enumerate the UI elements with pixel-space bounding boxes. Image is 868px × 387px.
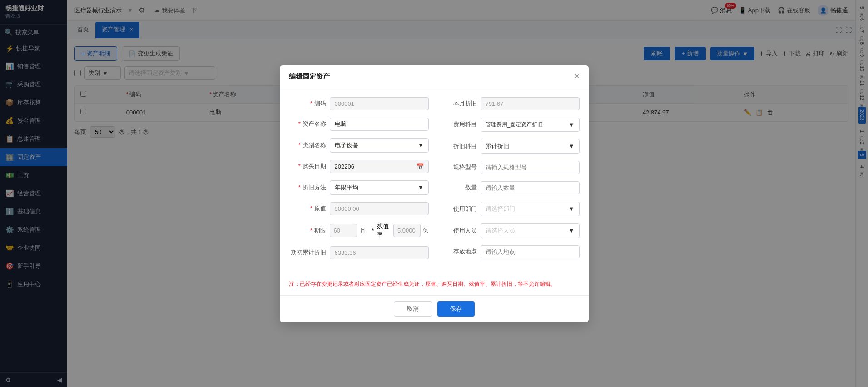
code-label: * 编码 [289,99,330,108]
person-arrow: ▼ [569,227,575,234]
spec-label: 规格型号 [440,163,481,171]
form-row-dep-method: * 折旧方法 年限平均 ▼ [289,180,429,195]
modal-footer-note: 注：已经存在变更记录或者对应固定资产已经生成凭证，原值、购买日期、残值率、累计折… [280,276,589,295]
name-label: * 资产名称 [289,120,330,128]
modal-note-text: 注：已经存在变更记录或者对应固定资产已经生成凭证，原值、购买日期、残值率、累计折… [289,281,556,287]
form-row-location: 存放地点 [440,245,580,258]
dep-method-value: 年限平均 [335,184,358,192]
modal-right-col: 本月折旧 费用科目 管理费用_固定资产折旧 ▼ 折旧科目 [440,97,580,267]
dep-subject-value: 累计折旧 [486,142,509,150]
location-input[interactable] [481,245,580,258]
form-row-person: 使用人员 请选择人员 ▼ [440,223,580,238]
form-row-monthly-dep: 本月折旧 [440,97,580,110]
expense-subject-label: 费用科目 [440,120,481,129]
residual-rate-unit: % [423,227,429,234]
edit-asset-modal: 编辑固定资产 × * 编码 * 资产名称 [280,65,589,322]
form-row-original: * 原值 [289,202,429,215]
form-row-category: * 类别名称 电子设备 ▼ [289,138,429,153]
expense-subject-value: 管理费用_固定资产折旧 [486,121,543,129]
dep-method-arrow: ▼ [418,184,424,191]
form-row-spec: 规格型号 [440,161,580,174]
expense-subject-arrow: ▼ [569,121,575,128]
initial-dep-label: 期初累计折旧 [289,248,330,257]
dep-method-label: * 折旧方法 [289,184,330,192]
form-row-purchase-date: * 购买日期 202206 📅 [289,160,429,173]
purchase-date-label: * 购买日期 [289,162,330,170]
form-row-department: 使用部门 请选择部门 ▼ [440,202,580,216]
monthly-dep-label: 本月折旧 [440,99,481,108]
expense-subject-select[interactable]: 管理费用_固定资产折旧 ▼ [481,118,580,132]
form-row-code: * 编码 [289,97,429,110]
cancel-button[interactable]: 取消 [394,301,432,317]
form-row-initial-dep: 期初累计折旧 [289,246,429,259]
period-label: * 期限 [289,227,330,235]
person-label: 使用人员 [440,227,481,235]
modal-body: * 编码 * 资产名称 * 类别名称 [280,88,589,276]
period-input[interactable] [330,224,357,237]
purchase-date-value: 202206 [335,163,354,170]
location-label: 存放地点 [440,248,481,256]
initial-dep-input[interactable] [330,246,429,259]
form-row-period: * 期限 月 * 残值率 % [289,223,429,239]
name-input[interactable] [330,118,429,131]
quantity-input[interactable] [481,181,580,194]
department-label: 使用部门 [440,205,481,213]
person-select[interactable]: 请选择人员 ▼ [481,223,580,238]
form-row-name: * 资产名称 [289,118,429,131]
original-label: * 原值 [289,204,330,213]
code-input[interactable] [330,97,429,110]
quantity-label: 数量 [440,184,481,192]
residual-rate-label: 残值率 [377,223,389,239]
dep-subject-arrow: ▼ [569,143,575,149]
residual-rate-input[interactable] [393,224,421,237]
purchase-date-input[interactable]: 202206 📅 [330,160,429,173]
department-select[interactable]: 请选择部门 ▼ [481,202,580,216]
category-select-arrow: ▼ [418,142,424,149]
dep-subject-select[interactable]: 累计折旧 ▼ [481,139,580,154]
form-row-quantity: 数量 [440,181,580,194]
modal-left-col: * 编码 * 资产名称 * 类别名称 [289,97,429,267]
dep-subject-label: 折旧科目 [440,142,481,150]
form-row-expense-subject: 费用科目 管理费用_固定资产折旧 ▼ [440,118,580,132]
modal-footer: 取消 保存 [280,295,589,322]
spec-input[interactable] [481,161,580,174]
department-arrow: ▼ [569,205,575,212]
save-button[interactable]: 保存 [437,301,475,317]
category-label: * 类别名称 [289,141,330,149]
category-select[interactable]: 电子设备 ▼ [330,138,429,153]
dep-method-select[interactable]: 年限平均 ▼ [330,180,429,195]
modal-title: 编辑固定资产 [289,72,330,81]
modal-close-btn[interactable]: × [575,72,580,81]
period-unit: 月 [360,227,366,235]
modal-overlay: 编辑固定资产 × * 编码 * 资产名称 [0,0,868,387]
form-row-dep-subject: 折旧科目 累计折旧 ▼ [440,139,580,154]
original-input[interactable] [330,202,429,215]
category-select-value: 电子设备 [335,141,358,149]
monthly-dep-input[interactable] [481,97,580,110]
person-placeholder: 请选择人员 [486,227,515,235]
period-inline: 月 * 残值率 % [330,223,429,239]
department-placeholder: 请选择部门 [486,205,515,213]
modal-header: 编辑固定资产 × [280,65,589,88]
calendar-icon: 📅 [417,163,424,170]
